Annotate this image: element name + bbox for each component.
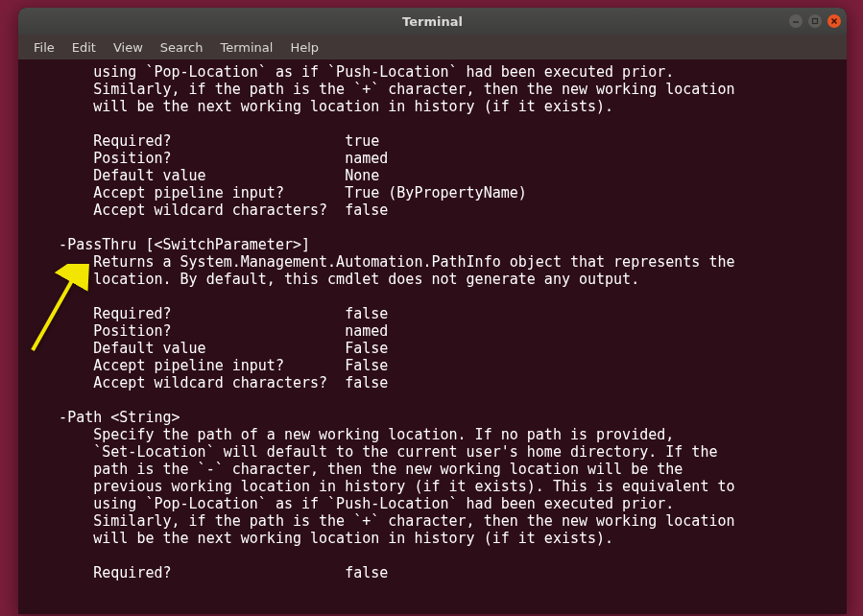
- close-icon: [830, 17, 838, 25]
- line: Position? named: [24, 150, 388, 167]
- close-button[interactable]: [827, 14, 841, 28]
- terminal-window: Terminal File Edit View Sear: [18, 8, 847, 614]
- line: Similarly, if the path is the `+` charac…: [24, 81, 735, 98]
- menu-help[interactable]: Help: [282, 37, 326, 58]
- menubar: File Edit View Search Terminal Help: [18, 35, 847, 59]
- minimize-button[interactable]: [789, 14, 803, 28]
- line: Required? false: [24, 564, 388, 581]
- line: -Path <String>: [24, 409, 180, 426]
- line: using `Pop-Location` as if `Push-Locatio…: [24, 495, 674, 512]
- line: Returns a System.Management.Automation.P…: [24, 253, 735, 271]
- terminal-output[interactable]: using `Pop-Location` as if `Push-Locatio…: [18, 59, 847, 614]
- line: previous working location in history (if…: [24, 478, 735, 495]
- titlebar: Terminal: [18, 8, 847, 35]
- line: path is the `-` character, then the new …: [24, 461, 683, 478]
- line: Default value False: [24, 340, 388, 357]
- line: Default value None: [24, 167, 379, 184]
- menu-file[interactable]: File: [26, 37, 62, 58]
- line: -PassThru [<SwitchParameter>]: [24, 236, 310, 253]
- maximize-button[interactable]: [808, 14, 822, 28]
- menu-view[interactable]: View: [106, 37, 151, 58]
- maximize-icon: [811, 17, 819, 25]
- line: using `Pop-Location` as if `Push-Locatio…: [24, 63, 674, 81]
- line: will be the next working location in his…: [24, 530, 613, 547]
- line: Similarly, if the path is the `+` charac…: [24, 512, 735, 530]
- line: will be the next working location in his…: [24, 98, 613, 115]
- menu-search[interactable]: Search: [153, 37, 211, 58]
- line: Required? false: [24, 305, 388, 322]
- menu-edit[interactable]: Edit: [64, 37, 104, 58]
- line: Accept wildcard characters? false: [24, 374, 388, 391]
- window-title: Terminal: [402, 14, 463, 29]
- window-controls: [789, 14, 841, 28]
- line: Specify the path of a new working locati…: [24, 426, 674, 443]
- minimize-icon: [792, 17, 800, 25]
- svg-rect-1: [813, 19, 818, 24]
- line: Required? true: [24, 132, 379, 150]
- line: Accept pipeline input? False: [24, 357, 388, 374]
- menu-terminal[interactable]: Terminal: [212, 37, 280, 58]
- line: location. By default, this cmdlet does n…: [24, 271, 639, 288]
- line: `Set-Location` will default to the curre…: [24, 443, 717, 461]
- line: Accept wildcard characters? false: [24, 201, 388, 219]
- line: Position? named: [24, 322, 388, 340]
- line: Accept pipeline input? True (ByPropertyN…: [24, 184, 527, 201]
